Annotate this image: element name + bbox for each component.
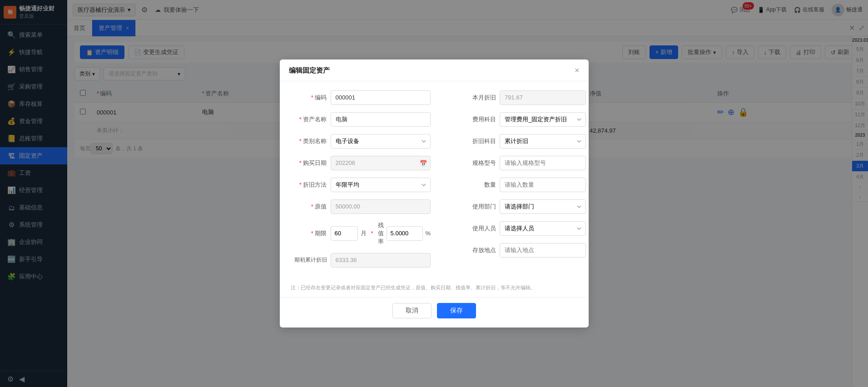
label-category: * 类别名称 <box>291 137 327 145</box>
label-person: 使用人员 <box>460 224 496 233</box>
input-quantity[interactable] <box>500 178 586 192</box>
input-spec[interactable] <box>500 156 586 170</box>
residual-label: 残值率 <box>378 221 384 246</box>
period-unit: 月 <box>361 229 367 238</box>
select-depr-subject[interactable]: 累计折旧 <box>500 134 586 149</box>
residual-unit: % <box>426 230 431 237</box>
save-button[interactable]: 保存 <box>437 303 476 318</box>
label-code: * 编码 <box>291 94 327 102</box>
input-initial-depr[interactable] <box>331 253 431 268</box>
input-monthly-depr[interactable] <box>500 90 586 105</box>
form-row-category: * 类别名称 电子设备 <box>291 134 431 149</box>
form-row-expense-subject: 费用科目 管理费用_固定资产折旧 <box>460 112 586 127</box>
modal-title: 编辑固定资产 <box>289 66 330 75</box>
form-row-date: * 购买日期 📅 <box>291 156 431 170</box>
form-row-name: * 资产名称 <box>291 112 431 127</box>
select-person[interactable]: 请选择人员 <box>500 221 586 236</box>
select-department[interactable]: 请选择部门 <box>500 199 586 214</box>
label-expense-subject: 费用科目 <box>460 115 496 124</box>
label-department: 使用部门 <box>460 203 496 211</box>
form-row-monthly-depr: 本月折旧 <box>460 90 586 105</box>
input-location[interactable] <box>500 243 586 258</box>
form-row-period: * 期限 月 * 残值率 % <box>291 221 431 246</box>
modal-left-col: * 编码 * 资产名称 * 类别名称 电子设备 * 购买日期 <box>291 90 442 275</box>
period-row: 月 * 残值率 % <box>331 221 431 246</box>
form-row-initial-depr: 期初累计折旧 <box>291 253 431 268</box>
label-monthly-depr: 本月折旧 <box>460 94 496 102</box>
label-name: * 资产名称 <box>291 115 327 124</box>
form-row-code: * 编码 <box>291 90 431 105</box>
form-row-method: * 折旧方法 年限平均 <box>291 178 431 192</box>
input-period[interactable] <box>331 226 358 241</box>
date-input-wrap: 📅 <box>331 156 431 170</box>
edit-asset-modal: 编辑固定资产 × * 编码 * 资产名称 * 类别名称 <box>280 60 589 328</box>
select-expense-subject[interactable]: 管理费用_固定资产折旧 <box>500 112 586 127</box>
label-method: * 折旧方法 <box>291 181 327 189</box>
calendar-icon: 📅 <box>420 159 427 166</box>
label-original-value: * 原值 <box>291 203 327 211</box>
modal-right-col: 本月折旧 费用科目 管理费用_固定资产折旧 折旧科目 累计折旧 <box>449 90 586 275</box>
input-date[interactable] <box>331 156 431 170</box>
label-spec: 规格型号 <box>460 159 496 167</box>
input-residual[interactable] <box>387 226 423 241</box>
form-row-department: 使用部门 请选择部门 <box>460 199 586 214</box>
select-method[interactable]: 年限平均 <box>331 178 431 192</box>
form-row-quantity: 数量 <box>460 178 586 192</box>
form-row-spec: 规格型号 <box>460 156 586 170</box>
modal-note: 注：已经存在变更记录或者对应固定资产已经生成凭证，原值、购买日期、残值率、累计折… <box>280 284 589 298</box>
select-category[interactable]: 电子设备 <box>331 134 431 149</box>
input-code[interactable] <box>331 90 431 105</box>
form-row-depr-subject: 折旧科目 累计折旧 <box>460 134 586 149</box>
label-period: * 期限 <box>291 229 327 238</box>
input-original-value[interactable] <box>331 199 431 214</box>
form-row-person: 使用人员 请选择人员 <box>460 221 586 236</box>
label-location: 存放地点 <box>460 246 496 254</box>
label-date: * 购买日期 <box>291 159 327 167</box>
modal-header: 编辑固定资产 × <box>280 60 589 81</box>
form-row-original-value: * 原值 <box>291 199 431 214</box>
cancel-button[interactable]: 取消 <box>392 303 432 318</box>
modal-overlay: 编辑固定资产 × * 编码 * 资产名称 * 类别名称 <box>0 0 868 387</box>
form-row-location: 存放地点 <box>460 243 586 258</box>
label-initial-depr: 期初累计折旧 <box>291 256 327 264</box>
label-depr-subject: 折旧科目 <box>460 137 496 145</box>
modal-close-btn[interactable]: × <box>575 66 580 75</box>
input-name[interactable] <box>331 112 431 127</box>
modal-footer: 取消 保存 <box>280 297 589 327</box>
label-quantity: 数量 <box>460 181 496 189</box>
modal-body: * 编码 * 资产名称 * 类别名称 电子设备 * 购买日期 <box>280 81 589 284</box>
